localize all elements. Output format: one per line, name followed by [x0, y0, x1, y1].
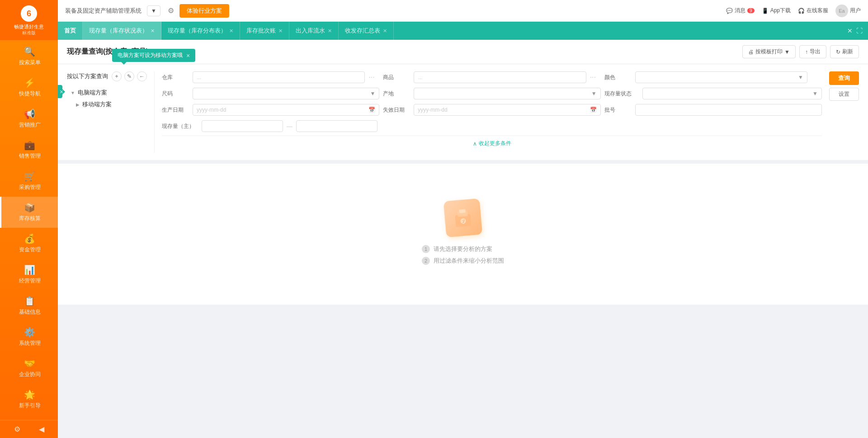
warehouse-more-icon[interactable]: ···	[368, 73, 379, 81]
back-scheme-btn[interactable]: ←	[137, 71, 147, 81]
sales-icon: 💼	[24, 140, 35, 151]
filter-batch: 批号	[604, 104, 822, 116]
topbar: 装备及固定资产辅助管理系统 ▼ ⚙ 体验行业方案 💬 消息 9 📱 App下载 …	[58, 0, 868, 22]
search-icon: 🔍	[24, 46, 35, 57]
filter-warehouse: 仓库 ...	[162, 71, 365, 83]
filter-expiry-date: 失效日期 yyyy-mm-dd 📅	[383, 104, 600, 116]
sidebar-item-inventory[interactable]: 📦 库存核算	[0, 197, 58, 228]
chevron-up-icon: ∧	[473, 141, 477, 147]
tab-receive[interactable]: 收发存汇总表 ✕	[339, 22, 394, 40]
stock-status-select[interactable]: ▼	[642, 88, 822, 99]
sidebar-item-system[interactable]: ⚙️ 系统管理	[0, 321, 58, 353]
expiry-date-input[interactable]: yyyy-mm-dd 📅	[414, 104, 600, 116]
quick-icon: ⚡	[24, 77, 35, 88]
sidebar-item-quick[interactable]: ⚡ 快捷导航	[0, 72, 58, 103]
sidebar-item-enterprise[interactable]: 🤝 企业协同	[0, 353, 58, 384]
stock-qty-min[interactable]	[202, 120, 283, 132]
system-select[interactable]: ▼	[147, 5, 160, 16]
export-btn[interactable]: ↑ 导出	[799, 45, 826, 58]
goods-more-icon[interactable]: ···	[590, 73, 601, 81]
sidebar-item-basic[interactable]: 📋 基础信息	[0, 290, 58, 321]
tab-close-inout[interactable]: ✕	[328, 28, 332, 34]
export-icon: ↑	[805, 49, 808, 55]
sidebar-item-sales[interactable]: 💼 销售管理	[0, 134, 58, 165]
operation-icon: 📊	[24, 264, 35, 275]
enterprise-icon: 🤝	[24, 358, 35, 369]
tab-close-inventory-dist[interactable]: ✕	[229, 28, 233, 34]
tab-inventory-status[interactable]: 现存量（库存状况表） ✕	[83, 22, 161, 40]
tabs-bar: 首页 现存量（库存状况表） ✕ 现存量（库存分布表） ✕ 库存批次账 ✕ 出入库…	[58, 22, 868, 40]
goods-select[interactable]: ...	[414, 71, 586, 83]
sidebar-logo: 6 畅捷通好生意 标准版	[0, 0, 58, 41]
message-badge: 9	[747, 8, 755, 13]
finance-icon: 💰	[24, 233, 35, 244]
tooltip1-close[interactable]: ×	[186, 52, 190, 59]
add-scheme-btn[interactable]: +	[112, 71, 122, 81]
calendar-icon: 📅	[590, 107, 597, 113]
user-item[interactable]: Ea 用户	[835, 5, 861, 17]
warehouse-select[interactable]: ...	[193, 71, 365, 83]
inventory-icon: 📦	[24, 202, 35, 213]
trial-button[interactable]: 体验行业方案	[179, 4, 229, 18]
expand-icon[interactable]: ⛶	[856, 27, 863, 34]
chevron-down-icon: ▼	[370, 90, 375, 97]
refresh-icon: ↻	[836, 49, 840, 55]
filter-size: 尺码 ▼	[162, 88, 379, 99]
tab-inout[interactable]: 出入库流水 ✕	[289, 22, 339, 40]
sidebar-bottom: ⚙ ◀	[0, 420, 58, 438]
sidebar-item-operation[interactable]: 📊 经营管理	[0, 259, 58, 290]
sidebar-item-purchase[interactable]: 🛒 采购管理	[0, 165, 58, 197]
print-icon: 🖨	[748, 49, 754, 55]
tooltip2-close[interactable]: ×	[60, 88, 63, 95]
scheme-mobile[interactable]: ▶ 移动端方案	[67, 99, 147, 110]
tab-home[interactable]: 首页	[58, 22, 83, 40]
print-btn[interactable]: 🖨 按模板打印 ▼	[742, 45, 796, 58]
sidebar-item-guide[interactable]: 🌟 新手引导	[0, 384, 58, 415]
tab-inventory-dist[interactable]: 现存量（库存分布表） ✕	[161, 22, 240, 40]
empty-hints: 1 请先选择要分析的方案 2 用过滤条件来缩小分析范围	[422, 245, 504, 268]
search-button[interactable]: 查询	[829, 71, 859, 85]
sidebar-item-search[interactable]: 🔍 搜索菜单	[0, 41, 58, 72]
empty-state: :/ 1 请先选择要分析的方案 2 用过滤条件来缩小分析范围	[58, 164, 868, 305]
phone-icon: 📱	[762, 8, 769, 14]
prod-date-input[interactable]: yyyy-mm-dd 📅	[193, 104, 379, 116]
message-item[interactable]: 💬 消息 9	[726, 7, 755, 14]
refresh-btn[interactable]: ↻ 刷新	[830, 45, 859, 58]
tab-close-batch[interactable]: ✕	[278, 28, 283, 34]
app-download-item[interactable]: 📱 App下载	[762, 7, 791, 14]
filter-goods: 商品 ...	[383, 71, 586, 83]
tab-close-receive[interactable]: ✕	[383, 28, 387, 34]
filter-actions-row: ∧ 收起更多条件	[162, 136, 822, 147]
support-item[interactable]: 🎧 在线客服	[798, 7, 828, 14]
filter-controls: + ✎ ←	[112, 71, 147, 81]
tab-close-inventory-status[interactable]: ✕	[151, 28, 155, 34]
settings-bottom-icon[interactable]: ⚙	[14, 425, 20, 433]
tab-batch[interactable]: 库存批次账 ✕	[240, 22, 289, 40]
size-select[interactable]: ▼	[193, 88, 379, 99]
stock-qty-max[interactable]	[296, 120, 377, 132]
sidebar-menu: 🔍 搜索菜单 ⚡ 快捷导航 📢 营销推广 💼 销售管理 🛒 采购管理 📦 库存核…	[0, 41, 58, 420]
close-all-tabs-icon[interactable]: ✕	[847, 27, 853, 34]
tooltip-scheme-create: 这里可以创建和修改方案哦 ×	[58, 85, 62, 98]
sidebar-item-finance[interactable]: 💰 资金管理	[0, 228, 58, 259]
logo-badge: 标准版	[14, 30, 44, 36]
scheme-desktop[interactable]: ▼ 电脑端方案	[67, 87, 147, 99]
message-icon: 💬	[726, 8, 733, 14]
sidebar-item-marketing[interactable]: 📢 营销推广	[0, 103, 58, 134]
edit-scheme-btn[interactable]: ✎	[124, 71, 134, 81]
basic-icon: 📋	[24, 296, 35, 306]
collapse-sidebar-icon[interactable]: ◀	[39, 425, 44, 433]
guide-icon: 🌟	[24, 389, 35, 400]
batch-input[interactable]	[635, 104, 822, 116]
setting-button[interactable]: 设置	[829, 88, 859, 101]
filter-stock-status: 现存量状态 ▼	[604, 88, 822, 99]
collapse-btn[interactable]: ∧ 收起更多条件	[473, 140, 511, 147]
chevron-down-icon: ▼	[591, 90, 597, 97]
gear-icon[interactable]: ⚙	[168, 6, 174, 15]
topbar-right: 💬 消息 9 📱 App下载 🎧 在线客服 Ea 用户	[726, 5, 861, 17]
color-select[interactable]: ▼	[635, 71, 807, 83]
logo-icon: 6	[21, 5, 37, 22]
origin-select[interactable]: ▼	[414, 88, 600, 99]
tab-actions: ✕ ⛶	[842, 27, 868, 34]
filter-origin: 产地 ▼	[383, 88, 600, 99]
